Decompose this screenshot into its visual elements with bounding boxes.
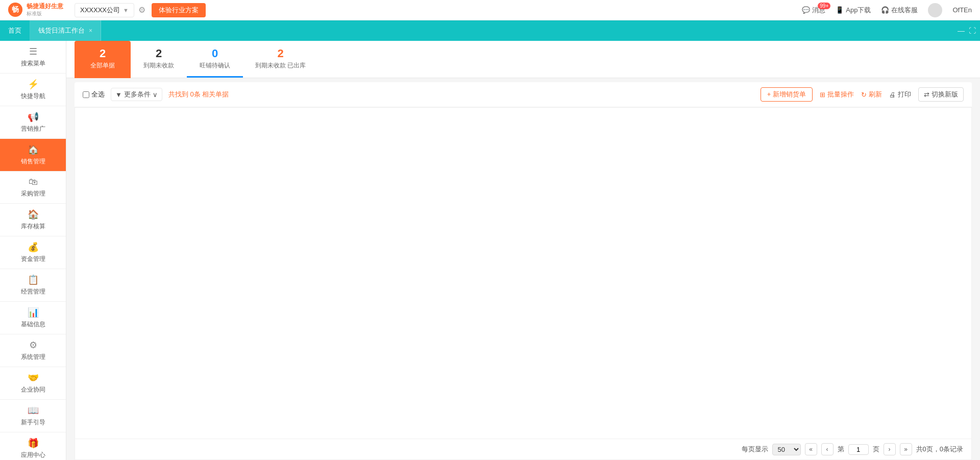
current-page-input[interactable] bbox=[848, 444, 869, 455]
sidebar-label-quick-nav: 快捷导航 bbox=[21, 92, 45, 101]
switch-version-icon: ⇄ bbox=[924, 91, 929, 99]
add-sales-order-button[interactable]: + 新增销货单 bbox=[761, 87, 813, 102]
tab-bar: 首页 钱货日清工作台 × — ⛶ bbox=[0, 20, 980, 41]
message-icon: 💬 bbox=[802, 6, 810, 14]
stats-tabs: 2 全部单据 2 到期未收款 0 旺铺待确认 2 到期未收款 已出库 bbox=[66, 41, 980, 78]
first-page-button[interactable]: « bbox=[805, 443, 817, 455]
sidebar-item-inventory[interactable]: 🏠 库存核算 bbox=[0, 204, 66, 236]
sidebar-label-search-menu: 搜索菜单 bbox=[21, 59, 45, 68]
print-label: 打印 bbox=[898, 90, 911, 99]
prev-page-button[interactable]: ‹ bbox=[821, 443, 834, 455]
page-total: 共0页，0条记录 bbox=[916, 445, 963, 454]
sidebar-label-inventory: 库存核算 bbox=[21, 222, 45, 231]
sidebar-label-operation: 经营管理 bbox=[21, 287, 45, 296]
guide-icon: 📖 bbox=[28, 405, 39, 416]
next-page-button[interactable]: › bbox=[884, 443, 896, 455]
sales-icon: 🏠 bbox=[28, 144, 39, 155]
sidebar-label-sales: 销售管理 bbox=[21, 157, 45, 166]
stat-num-all: 2 bbox=[100, 47, 106, 60]
tab-fullscreen-icon[interactable]: ⛶ bbox=[969, 27, 976, 35]
found-count: 0条 bbox=[190, 90, 201, 98]
stat-tab-wangpu[interactable]: 0 旺铺待确认 bbox=[187, 41, 243, 78]
stat-num-overdue-unshipped: 2 bbox=[278, 47, 284, 60]
stat-tab-all[interactable]: 2 全部单据 bbox=[75, 41, 131, 78]
refresh-label: 刷新 bbox=[869, 90, 882, 99]
batch-op-label: 批量操作 bbox=[827, 90, 854, 99]
toolbar-right: + 新增销货单 ⊞ 批量操作 ↻ 刷新 🖨 打印 ⇄ 切换新版 bbox=[761, 87, 964, 102]
online-service-icon: 🎧 bbox=[881, 6, 889, 14]
stat-tab-overdue-unshipped[interactable]: 2 到期未收款 已出库 bbox=[243, 41, 318, 78]
select-all-checkbox[interactable]: 全选 bbox=[83, 90, 105, 99]
batch-op-icon: ⊞ bbox=[820, 91, 825, 99]
main-layout: ☰ 搜索菜单 ⚡ 快捷导航 📢 营销推广 🏠 销售管理 🛍 采购管理 🏠 库存核… bbox=[0, 41, 980, 460]
more-filter-button[interactable]: ▼ 更多条件 ∨ bbox=[111, 88, 162, 101]
online-service-button[interactable]: 🎧 在线客服 bbox=[881, 6, 918, 15]
company-name: XXXXXX公司 bbox=[80, 6, 120, 15]
found-prefix: 共找到 bbox=[168, 90, 188, 98]
di-word: 第 bbox=[838, 445, 844, 454]
stat-label-overdue-unpaid: 到期未收款 bbox=[143, 61, 174, 70]
header-right: 💬 消息 99+ 📱 App下载 🎧 在线客服 OfTEn bbox=[802, 3, 972, 17]
refresh-button[interactable]: ↻ 刷新 bbox=[861, 90, 882, 99]
sidebar-item-capital[interactable]: 💰 资金管理 bbox=[0, 236, 66, 269]
toolbar: 全选 ▼ 更多条件 ∨ 共找到 0条 相关单据 + 新增销货单 ⊞ 批量操作 bbox=[75, 82, 972, 107]
page-size-select[interactable]: 50 10 20 100 bbox=[772, 444, 801, 455]
sidebar-item-collab[interactable]: 🤝 企业协同 bbox=[0, 367, 66, 400]
app-download-button[interactable]: 📱 App下载 bbox=[836, 6, 871, 15]
batch-operation-button[interactable]: ⊞ 批量操作 bbox=[820, 90, 854, 99]
sidebar-label-marketing: 营销推广 bbox=[21, 125, 45, 133]
sidebar-label-app-center: 应用中心 bbox=[21, 451, 45, 459]
logo-text-area: 畅捷通好生意 标准版 bbox=[27, 3, 63, 17]
content-area: 2 全部单据 2 到期未收款 0 旺铺待确认 2 到期未收款 已出库 全选 bbox=[66, 41, 980, 460]
system-icon: ⚙ bbox=[29, 340, 37, 351]
avatar[interactable] bbox=[928, 3, 942, 17]
switch-version-label: 切换新版 bbox=[932, 90, 958, 99]
last-page-button[interactable]: » bbox=[900, 443, 912, 455]
sidebar-item-basic[interactable]: 📊 基础信息 bbox=[0, 302, 66, 334]
page-size-label: 每页显示 bbox=[742, 445, 768, 454]
username[interactable]: OfTEn bbox=[952, 6, 972, 14]
stat-label-overdue-unshipped: 到期未收款 已出库 bbox=[255, 61, 306, 70]
trial-button[interactable]: 体验行业方案 bbox=[152, 3, 206, 17]
tab-home[interactable]: 首页 bbox=[0, 20, 30, 41]
logo-icon: 畅 bbox=[8, 3, 22, 17]
tab-home-label: 首页 bbox=[8, 26, 21, 35]
more-filter-label: 更多条件 bbox=[124, 90, 151, 99]
sidebar-item-quick-nav[interactable]: ⚡ 快捷导航 bbox=[0, 74, 66, 106]
settings-button[interactable]: ⚙ bbox=[138, 5, 145, 15]
tab-work-bench-label: 钱货日清工作台 bbox=[38, 26, 85, 35]
filter-arrow: ∨ bbox=[153, 91, 158, 99]
logo-title: 畅捷通好生意 bbox=[27, 3, 63, 10]
sidebar-item-app-center[interactable]: 🎁 应用中心 bbox=[0, 432, 66, 460]
prev-page-icon: ‹ bbox=[826, 446, 828, 453]
filter-icon: ▼ bbox=[115, 91, 122, 99]
message-badge: 99+ bbox=[818, 3, 830, 9]
sidebar-item-sales[interactable]: 🏠 销售管理 bbox=[0, 139, 66, 172]
sidebar-item-purchase[interactable]: 🛍 采购管理 bbox=[0, 172, 66, 204]
sidebar-label-system: 系统管理 bbox=[21, 353, 45, 361]
operation-icon: 📋 bbox=[28, 274, 39, 285]
sidebar-item-marketing[interactable]: 📢 营销推广 bbox=[0, 106, 66, 139]
app-download-label: App下载 bbox=[846, 6, 871, 15]
sidebar-label-guide: 新手引导 bbox=[21, 418, 45, 427]
capital-icon: 💰 bbox=[28, 241, 39, 253]
sidebar-item-system[interactable]: ⚙ 系统管理 bbox=[0, 334, 66, 367]
stat-tab-overdue-unpaid[interactable]: 2 到期未收款 bbox=[131, 41, 187, 78]
tab-minimize-icon[interactable]: — bbox=[958, 27, 965, 35]
pagination: 每页显示 50 10 20 100 « ‹ 第 页 › » 共0页，0条记录 bbox=[75, 439, 972, 460]
company-selector[interactable]: XXXXXX公司 ▼ bbox=[75, 3, 134, 17]
logo-area: 畅 畅捷通好生意 标准版 bbox=[8, 3, 75, 17]
tab-close-icon[interactable]: × bbox=[89, 27, 92, 34]
sidebar-item-guide[interactable]: 📖 新手引导 bbox=[0, 400, 66, 432]
select-all-input[interactable] bbox=[83, 91, 89, 98]
inventory-icon: 🏠 bbox=[28, 209, 39, 220]
sidebar-item-search-menu[interactable]: ☰ 搜索菜单 bbox=[0, 41, 66, 74]
quick-nav-icon: ⚡ bbox=[28, 79, 39, 90]
stat-num-wangpu: 0 bbox=[212, 47, 218, 60]
message-button[interactable]: 💬 消息 99+ bbox=[802, 6, 825, 15]
switch-version-button[interactable]: ⇄ 切换新版 bbox=[918, 87, 964, 102]
first-page-icon: « bbox=[809, 446, 813, 453]
sidebar-item-operation[interactable]: 📋 经营管理 bbox=[0, 269, 66, 302]
print-button[interactable]: 🖨 打印 bbox=[889, 90, 911, 99]
tab-work-bench[interactable]: 钱货日清工作台 × bbox=[30, 20, 101, 41]
